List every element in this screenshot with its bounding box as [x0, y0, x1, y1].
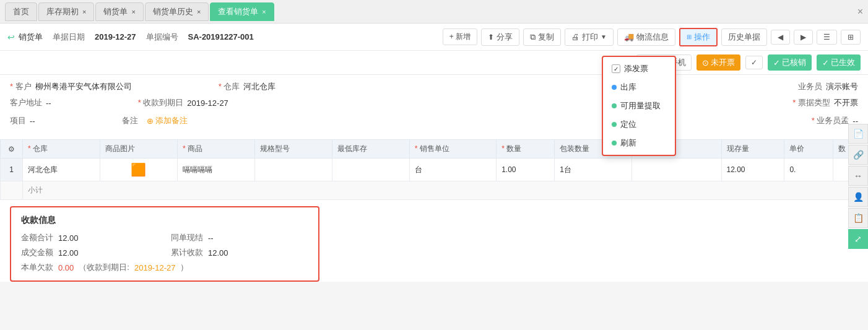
add-notes-label: 添加备注 [155, 115, 188, 126]
col-unit-price: 单价 [784, 140, 833, 158]
doc-title: ↩ 销货单 [7, 32, 43, 43]
warehouse-field: 仓库 河北仓库 [219, 81, 276, 92]
operations-dropdown: ✓ 添发票 出库 可用量提取 定位 刷新 [602, 56, 676, 156]
warehouse-value: 河北仓库 [243, 81, 276, 92]
tab-inventory[interactable]: 库存期初 × [38, 2, 94, 21]
cumulative-payment-value: 12.00 [208, 248, 228, 258]
check-icon: ✓ [773, 58, 780, 67]
already-cancelled-label: 已核销 [782, 57, 806, 68]
tab-view-sales-close[interactable]: × [262, 8, 266, 15]
not-opened-button[interactable]: ⊙ 未开票 [697, 54, 740, 71]
tab-sales-label: 销货单 [103, 6, 128, 17]
right-icon-link[interactable]: 🔗 [848, 145, 868, 165]
staff-field: 业务员 演示账号 [798, 81, 858, 92]
ticket-type-field: 票据类型 不开票 [792, 97, 858, 108]
logistics-button[interactable]: 🚚 物流信息 [617, 28, 675, 46]
operations-button[interactable]: ⊞ 操作 [679, 28, 718, 46]
form-area: 客户 柳州粤港平安气体有限公司 仓库 河北仓库 业务员 演示账号 客户地址 --… [0, 75, 868, 139]
already-effective-button[interactable]: ✓ 已生效 [817, 54, 861, 71]
payment-box: 收款信息 金额合计 12.00 同单现结 -- 成交金额 12.00 累计收款 … [10, 206, 319, 282]
view-list-button[interactable]: ☰ [817, 30, 837, 45]
tab-sales-history-label: 销货单历史 [153, 6, 193, 17]
dropdown-refresh[interactable]: 刷新 [603, 134, 675, 152]
tab-sales[interactable]: 销货单 × [95, 2, 143, 21]
dropdown-add-invoice[interactable]: ✓ 添发票 [603, 59, 675, 78]
staff-value: 演示账号 [826, 81, 858, 92]
amount-total-item: 金额合计 12.00 [21, 232, 158, 243]
copy-button[interactable]: ⧉ 复制 [523, 28, 561, 46]
cumulative-payment-item: 累计收款 12.00 [171, 247, 308, 258]
row-index: 1 [1, 158, 23, 181]
row-available [632, 158, 721, 181]
action-bar2: 📱 来自手机 ⊙ 未开票 ✓ ✓ 已核销 ✓ 已生效 [0, 51, 868, 75]
outstanding-close: ） [180, 262, 188, 273]
refresh-label: 刷新 [620, 137, 636, 149]
tab-inventory-close[interactable]: × [82, 8, 86, 15]
add-invoice-label: 添发票 [624, 63, 648, 74]
tab-sales-close[interactable]: × [131, 8, 135, 15]
truck-icon: 🚚 [624, 32, 634, 41]
add-notes-button[interactable]: ⊕ 添加备注 [142, 113, 193, 128]
tab-inventory-label: 库存期初 [46, 6, 79, 17]
new-button[interactable]: + 新增 [443, 28, 477, 45]
view-grid-button[interactable]: ⊞ [841, 30, 861, 45]
row-quantity: 1.00 [497, 158, 555, 181]
toolbar: ↩ 销货单 单据日期 2019-12-27 单据编号 SA-20191227-0… [0, 24, 868, 51]
row-pack-qty: 1台 [555, 158, 632, 181]
same-order-value: -- [208, 233, 214, 243]
row-product: 嗝嗝嗝嗝 [177, 158, 254, 181]
col-settings: ⚙ [1, 140, 23, 158]
dropdown-outbound[interactable]: 出库 [603, 78, 675, 97]
right-icon-expand[interactable]: ⤢ [848, 229, 868, 249]
right-icon-doc[interactable]: 📄 [848, 124, 868, 144]
outbound-dot-icon [612, 85, 617, 90]
form-row-3: 项目 -- 备注 ⊕ 添加备注 业务员孟 -- [10, 113, 858, 128]
col-current-stock: 现存量 [721, 140, 784, 158]
address-value: -- [46, 98, 51, 108]
share-button[interactable]: ⬆ 分享 [481, 28, 519, 46]
not-opened-icon: ⊙ [702, 58, 709, 67]
history-button[interactable]: 历史单据 [721, 28, 767, 46]
copy-icon: ⧉ [530, 32, 536, 42]
right-icon-user[interactable]: 👤 [848, 187, 868, 207]
row-min-stock [332, 158, 409, 181]
col-image: 商品图片 [100, 140, 177, 158]
row-warehouse: 河北仓库 [23, 158, 100, 181]
row-unit-price: 0. [784, 158, 833, 181]
tab-home[interactable]: 首页 [5, 2, 37, 21]
row-current-stock: 12.00 [721, 158, 784, 181]
tab-sales-history-close[interactable]: × [197, 8, 201, 15]
print-button[interactable]: 🖨 打印 ▼ [565, 28, 614, 46]
share-label: 分享 [497, 32, 513, 43]
window-close-button[interactable]: × [857, 6, 863, 17]
add-invoice-checkbox-icon: ✓ [612, 64, 620, 73]
data-table: ⚙ 仓库 商品图片 商品 规格型号 最低库存 销售单位 数量 包装数量 可用量（… [0, 139, 868, 200]
col-spec: 规格型号 [254, 140, 332, 158]
outstanding-value: 0.00 [58, 263, 74, 272]
already-effective-label: 已生效 [831, 57, 855, 68]
dropdown-available-extract[interactable]: 可用量提取 [603, 97, 675, 115]
already-cancelled-button[interactable]: ✓ 已核销 [768, 54, 812, 71]
date-label: 单据日期 [53, 32, 85, 43]
tab-view-sales[interactable]: 查看销货单 × [210, 2, 274, 21]
doc-icon: ↩ [7, 32, 15, 42]
nav-prev-button[interactable]: ◀ [771, 30, 790, 45]
right-icon-swap[interactable]: ↔ [848, 166, 868, 186]
tab-home-label: 首页 [13, 6, 29, 17]
tick-button[interactable]: ✓ [745, 56, 763, 69]
notes-label: 备注 [122, 115, 138, 126]
dropdown-locate[interactable]: 定位 [603, 115, 675, 134]
nav-next-button[interactable]: ▶ [794, 30, 813, 45]
share-icon: ⬆ [488, 33, 494, 41]
tab-view-sales-label: 查看销货单 [218, 6, 258, 17]
same-order-item: 同单现结 -- [171, 232, 308, 243]
toolbar-actions: + 新增 ⬆ 分享 ⧉ 复制 🖨 打印 ▼ 🚚 物流信息 ⊞ 操作 [443, 28, 861, 46]
number-value: SA-20191227-001 [188, 32, 254, 41]
tab-sales-history[interactable]: 销货单历史 × [145, 2, 209, 21]
right-icon-clipboard[interactable]: 📋 [848, 208, 868, 228]
project-label: 项目 [10, 115, 26, 126]
col-sales-unit: 销售单位 [409, 140, 496, 158]
customer-label: 客户 [10, 81, 32, 92]
subtotal-label: 小计 [23, 181, 868, 200]
plus-icon: ⊕ [147, 116, 154, 126]
